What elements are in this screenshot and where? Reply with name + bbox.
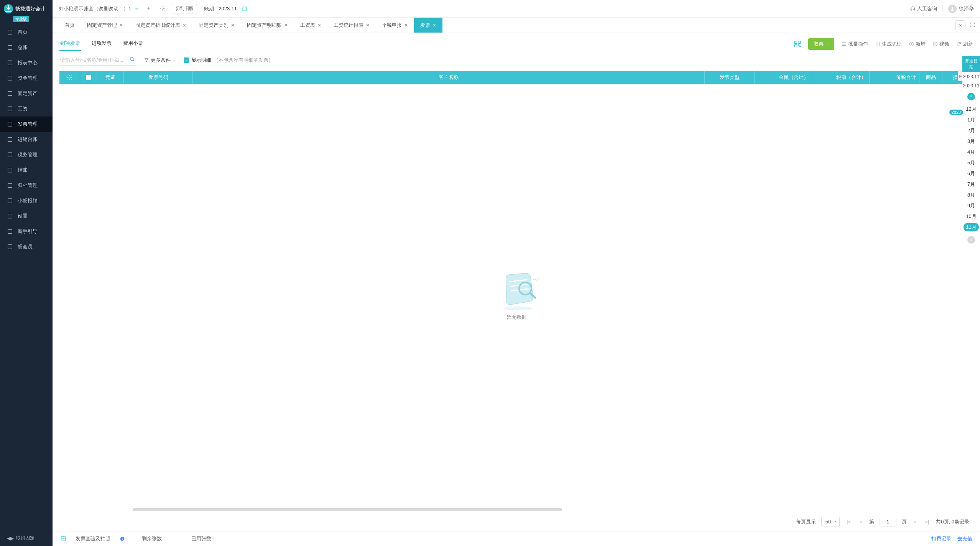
user-menu[interactable]: 徐泽华 xyxy=(948,5,974,13)
close-icon[interactable]: ✕ xyxy=(284,23,288,28)
brand-logo[interactable]: 畅捷通好会计 xyxy=(0,0,53,18)
more-conditions-button[interactable]: 更多条件 xyxy=(144,57,176,64)
month-item-7[interactable]: 7月 xyxy=(966,180,977,189)
sidebar-item-9[interactable]: 结账 xyxy=(0,162,53,178)
period-label: 账期 xyxy=(204,5,214,12)
tab-6[interactable]: 工资统计报表✕ xyxy=(327,18,376,33)
show-detail-checkbox[interactable]: ✓ 显示明细 （不包含没有明细的发票） xyxy=(184,57,273,64)
sidebar-item-0[interactable]: 首页 xyxy=(0,25,53,40)
search-input[interactable] xyxy=(59,55,136,66)
fetch-invoice-button[interactable]: 取票 xyxy=(808,38,834,50)
prev-page-button[interactable]: < xyxy=(858,519,864,525)
fullscreen-button[interactable] xyxy=(969,22,976,29)
sidebar-item-5[interactable]: 工资 xyxy=(0,101,53,116)
per-page-select[interactable]: 50 xyxy=(821,517,840,526)
month-item-9[interactable]: 9月 xyxy=(966,202,977,210)
close-tab-button[interactable] xyxy=(955,20,965,30)
tab-3[interactable]: 固定资产类别✕ xyxy=(192,18,241,33)
date-year-from[interactable]: 2023.11 xyxy=(963,72,979,81)
sidebar-item-4[interactable]: 固定资产 xyxy=(0,86,53,101)
close-icon[interactable]: ✕ xyxy=(183,23,186,28)
sidebar-item-13[interactable]: 新手引导 xyxy=(0,224,53,239)
page-input[interactable] xyxy=(880,517,896,526)
sidebar-item-3[interactable]: 资金管理 xyxy=(0,71,53,86)
tab-4[interactable]: 固定资产明细账✕ xyxy=(241,18,294,33)
tab-0[interactable]: 首页 xyxy=(59,18,81,33)
scrollbar-thumb[interactable] xyxy=(133,508,562,511)
select-all-checkbox[interactable] xyxy=(80,71,97,84)
sidebar-item-8[interactable]: 税务管理 xyxy=(0,147,53,162)
scroll-down-button[interactable] xyxy=(967,236,975,244)
close-icon[interactable]: ✕ xyxy=(119,23,123,28)
tab-label: 固定资产管理 xyxy=(87,22,117,29)
sidebar-item-14[interactable]: 畅会员 xyxy=(0,239,53,254)
video-button[interactable]: 视频 xyxy=(932,41,949,48)
col-type[interactable]: 发票类型 xyxy=(705,71,755,84)
col-invoice-no[interactable]: 发票号码 xyxy=(124,71,193,84)
account-selector[interactable]: 刘小艳演示账套（勿删勿动！）1 xyxy=(59,5,140,12)
close-icon[interactable]: ✕ xyxy=(231,23,235,28)
refresh-button[interactable]: 刷新 xyxy=(956,41,973,48)
sidebar-item-12[interactable]: 设置 xyxy=(0,208,53,224)
date-year-to[interactable]: 2023.11 xyxy=(963,81,979,90)
add-account-button[interactable] xyxy=(144,4,153,13)
month-item-3[interactable]: 3月 xyxy=(966,137,977,146)
subtab-2[interactable]: 费用小票 xyxy=(122,37,144,51)
subtab-0[interactable]: 销项发票 xyxy=(59,37,81,51)
month-item-5[interactable]: 5月 xyxy=(966,159,977,167)
date-panel-header[interactable]: 开票日期 xyxy=(962,56,980,72)
close-icon[interactable]: ✕ xyxy=(317,23,321,28)
deduction-log-link[interactable]: 扣费记录 xyxy=(931,535,951,542)
sidebar-item-2[interactable]: 报表中心 xyxy=(0,55,53,71)
sidebar-unpin[interactable]: ◀▶ 取消固定 xyxy=(0,530,53,546)
batch-ops-button[interactable]: 批量操作 xyxy=(841,41,868,48)
month-item-11[interactable]: 11月 xyxy=(964,223,978,231)
col-goods[interactable]: 商品 xyxy=(919,71,942,84)
subtab-1[interactable]: 进项发票 xyxy=(91,37,112,51)
last-page-button[interactable]: >| xyxy=(923,519,931,525)
month-item-0[interactable]: 12月 xyxy=(964,105,978,113)
gen-voucher-button[interactable]: 生成凭证 xyxy=(875,41,902,48)
next-page-button[interactable]: > xyxy=(912,519,918,525)
month-item-10[interactable]: 10月 xyxy=(964,212,978,221)
col-amount[interactable]: 金额（合计） xyxy=(755,71,812,84)
close-icon[interactable]: ✕ xyxy=(366,23,370,28)
info-icon[interactable] xyxy=(120,536,125,541)
recharge-link[interactable]: 去充值 xyxy=(957,535,972,542)
sidebar-item-6[interactable]: 发票管理 xyxy=(0,116,53,132)
horizontal-scrollbar[interactable] xyxy=(59,508,973,512)
close-icon[interactable]: ✕ xyxy=(432,23,436,28)
first-page-button[interactable]: |< xyxy=(845,519,852,525)
month-item-8[interactable]: 8月 xyxy=(966,191,977,199)
month-item-1[interactable]: 1月 xyxy=(966,116,977,124)
tab-5[interactable]: 工资表✕ xyxy=(294,18,327,33)
sidebar-item-1[interactable]: 总账 xyxy=(0,40,53,55)
tab-2[interactable]: 固定资产折旧统计表✕ xyxy=(129,18,192,33)
col-total[interactable]: 价税合计 xyxy=(870,71,919,84)
col-tax[interactable]: 税额（合计） xyxy=(812,71,870,84)
tab-8[interactable]: 发票✕ xyxy=(414,18,442,33)
tab-7[interactable]: 个税申报✕ xyxy=(376,18,414,33)
sidebar-item-10[interactable]: 归档管理 xyxy=(0,178,53,193)
col-voucher[interactable]: 凭证 xyxy=(97,71,124,84)
sidebar-item-7[interactable]: 进销台账 xyxy=(0,132,53,147)
old-version-button[interactable]: 切到旧版 xyxy=(172,4,197,13)
close-icon[interactable]: ✕ xyxy=(404,23,408,28)
tab-1[interactable]: 固定资产管理✕ xyxy=(81,18,129,33)
scroll-up-button[interactable] xyxy=(967,93,975,100)
month-item-6[interactable]: 6月 xyxy=(966,169,977,178)
search-icon[interactable] xyxy=(129,56,135,62)
account-settings-button[interactable] xyxy=(158,4,167,13)
date-panel-collapse[interactable]: ▶ xyxy=(958,71,962,81)
consult-button[interactable]: 人工咨询 xyxy=(910,5,937,12)
column-settings-button[interactable] xyxy=(59,71,80,84)
month-item-4[interactable]: 4月 xyxy=(966,148,977,156)
month-item-2[interactable]: 2月 xyxy=(966,126,977,135)
sidebar-item-11[interactable]: 小畅报销 xyxy=(0,193,53,208)
check-invoice-link[interactable]: 发票查验及拍照 xyxy=(76,535,110,542)
sidebar-item-label: 工资 xyxy=(18,105,28,112)
col-client[interactable]: 客户名称 xyxy=(193,71,705,84)
calendar-icon[interactable] xyxy=(242,6,247,11)
qrcode-button[interactable] xyxy=(794,40,801,48)
add-button[interactable]: 新增 xyxy=(909,41,926,48)
